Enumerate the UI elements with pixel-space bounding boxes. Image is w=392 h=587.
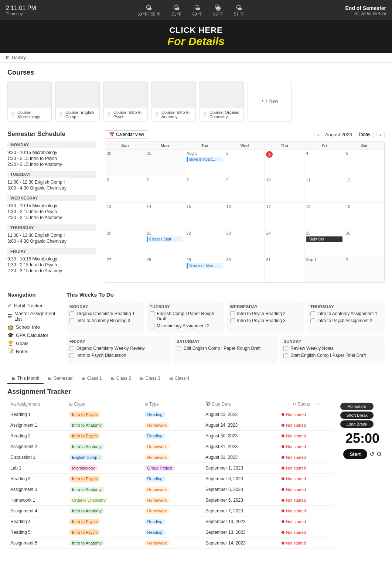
more-col-icon[interactable]: ··· xyxy=(317,402,320,407)
cal-cell[interactable]: 25Night Out xyxy=(304,229,344,256)
ad-click-text: CLICK HERE xyxy=(5,25,387,35)
status-dot xyxy=(282,499,284,502)
cal-cell[interactable]: 18 xyxy=(304,202,344,229)
cal-cell[interactable]: 14 xyxy=(145,202,185,229)
monday-block: MONDAY 9:30 - 10:15 Microbiology 1:30 - … xyxy=(7,141,96,167)
course-card-0[interactable]: 📄 Course: Microbiology xyxy=(7,81,52,122)
cal-cell[interactable]: 8 xyxy=(185,176,225,202)
todo-checkbox[interactable] xyxy=(310,311,315,316)
nav-item-habit-tracker[interactable]: ✓ Habit Tracker xyxy=(7,301,61,310)
course-label-0: 📄 Course: Microbiology xyxy=(8,108,51,121)
calendar-view-button[interactable]: 📅 Calendar view xyxy=(105,130,148,139)
cal-cell[interactable]: 23 xyxy=(225,229,265,256)
todo-checkbox[interactable] xyxy=(69,346,74,351)
cal-cell[interactable]: 2 xyxy=(344,256,384,282)
nav-item-school-info[interactable]: 🏫 School Info xyxy=(7,323,61,331)
pomodoro-start-button[interactable]: Start xyxy=(343,449,368,459)
notes-icon: 📝 xyxy=(7,348,14,354)
cal-cell[interactable]: 20 xyxy=(105,229,145,256)
cal-cell[interactable]: Sep 1 xyxy=(304,256,344,282)
todo-checkbox[interactable] xyxy=(230,311,235,316)
pomodoro-reset-button[interactable]: ↺ xyxy=(369,451,374,458)
todo-checkbox[interactable] xyxy=(150,324,154,328)
todo-checkbox[interactable] xyxy=(283,346,288,351)
course-card-4[interactable]: 📄 Course: Organic Chemistry xyxy=(200,81,244,122)
cal-cell[interactable]: 9 xyxy=(225,176,265,202)
short-break-button[interactable]: Short Break xyxy=(340,412,374,419)
cal-cell[interactable]: 24 xyxy=(265,229,304,256)
trophy-icon: 🏆 xyxy=(7,340,14,346)
cal-cell[interactable]: 10 xyxy=(265,176,304,202)
cal-event: Volunteer Mee... xyxy=(187,263,223,269)
course-card-1[interactable]: 📄 Course: English Comp I xyxy=(55,81,100,122)
wednesday-label: WEDNESDAY xyxy=(7,195,96,201)
cell-status: Not started xyxy=(279,474,334,484)
cal-cell[interactable]: 30 xyxy=(225,256,265,282)
cal-cell[interactable]: 6 xyxy=(105,176,145,202)
weather-item-1: 🌤 71 °F xyxy=(171,4,181,16)
cal-cell[interactable]: 30 xyxy=(105,149,145,176)
cell-due: September 1, 2023 xyxy=(202,463,279,474)
cell-assignment: Discussion 1 xyxy=(7,452,66,463)
todo-checkbox[interactable] xyxy=(69,318,74,323)
calendar-today-button[interactable]: Today xyxy=(355,131,374,138)
todo-checkbox[interactable] xyxy=(177,346,181,351)
cal-cell[interactable]: 4 xyxy=(304,149,344,176)
cal-cell[interactable]: 28 xyxy=(145,256,185,282)
add-course-button[interactable]: + + New xyxy=(248,81,292,122)
nav-item-notes[interactable]: 📝 Notes xyxy=(7,347,61,355)
calendar-next-button[interactable]: › xyxy=(376,131,385,138)
tab-class2[interactable]: ⊞ Class 2 xyxy=(106,373,136,384)
cal-cell[interactable]: 13 xyxy=(105,202,145,229)
course-card-3[interactable]: 📄 Course: Intro to Anatomy xyxy=(151,81,196,122)
cal-cell[interactable]: 15 xyxy=(185,202,225,229)
cal-cell[interactable]: 17 xyxy=(265,202,304,229)
cal-cell[interactable]: 16 xyxy=(225,202,265,229)
cal-cell[interactable]: Aug 1Move In Apart... xyxy=(185,149,225,176)
tab-semester[interactable]: ⊞ Semester xyxy=(44,373,77,384)
cal-cell[interactable]: 3 xyxy=(265,149,304,176)
cal-cell[interactable]: 22 xyxy=(185,229,225,256)
gallery-tab[interactable]: ⊞ Gallery xyxy=(0,53,392,63)
todo-checkbox[interactable] xyxy=(283,353,288,358)
cal-cell[interactable]: 26 xyxy=(344,229,384,256)
school-icon: 🏫 xyxy=(7,324,14,330)
cal-cell[interactable]: 21Classes Start xyxy=(145,229,185,256)
nav-item-gpa-calculator[interactable]: 🎓 GPA Calculator xyxy=(7,331,61,339)
todo-item: English Comp I Paper Rough Draft xyxy=(150,311,221,321)
cal-cell[interactable]: 2 xyxy=(225,149,265,176)
cal-cell[interactable]: 7 xyxy=(145,176,185,202)
cal-cell[interactable]: 12 xyxy=(344,176,384,202)
friday-class-1: 1:30 - 2:15 Intro to Psych xyxy=(7,262,96,268)
cal-cell[interactable]: 19 xyxy=(344,202,384,229)
todo-checkbox[interactable] xyxy=(69,353,74,358)
nav-item-goals[interactable]: 🏆 Goals xyxy=(7,339,61,347)
status-dot xyxy=(282,477,284,480)
tab-class3[interactable]: ⊞ Class 3 xyxy=(136,373,165,384)
calendar-grid: Sun Mon Tue Wed Thu Fri Sat 30 31 Aug 1M… xyxy=(105,141,385,283)
tab-this-month[interactable]: ⊞ This Month xyxy=(7,373,44,384)
calendar-prev-button[interactable]: ‹ xyxy=(314,131,322,138)
course-card-2[interactable]: 📄 Course: Intro to Psych xyxy=(103,81,148,122)
ad-banner[interactable]: CLICK HERE For Details xyxy=(0,20,392,53)
list-icon: ☰ xyxy=(7,313,12,319)
todo-checkbox[interactable] xyxy=(230,318,235,323)
nav-item-master-assignment[interactable]: ☰ Master Assignment List xyxy=(7,310,61,323)
todo-row2: FRIDAY Organic Chemistry Weekly Review I… xyxy=(67,336,385,363)
pomodoro-button[interactable]: Pomodoro xyxy=(340,403,374,410)
cal-cell[interactable]: 5 xyxy=(344,149,384,176)
cal-cell[interactable]: 29Volunteer Mee... xyxy=(185,256,225,282)
cal-cell[interactable]: 31 xyxy=(265,256,304,282)
tab-class4[interactable]: ⊞ Class 4 xyxy=(165,373,194,384)
long-break-button[interactable]: Long Break xyxy=(340,420,374,428)
todo-checkbox[interactable] xyxy=(310,318,315,323)
cal-cell[interactable]: 31 xyxy=(145,149,185,176)
todo-checkbox[interactable] xyxy=(150,311,154,316)
add-col-icon[interactable]: + xyxy=(313,402,316,407)
todo-checkbox[interactable] xyxy=(69,311,74,316)
cal-cell[interactable]: 11 xyxy=(304,176,344,202)
checkmark-icon: ✓ xyxy=(7,303,12,308)
pomodoro-settings-button[interactable]: ⚙ xyxy=(376,451,382,458)
cal-cell[interactable]: 27 xyxy=(105,256,145,282)
tab-class1[interactable]: ⊞ Class 1 xyxy=(77,373,106,384)
